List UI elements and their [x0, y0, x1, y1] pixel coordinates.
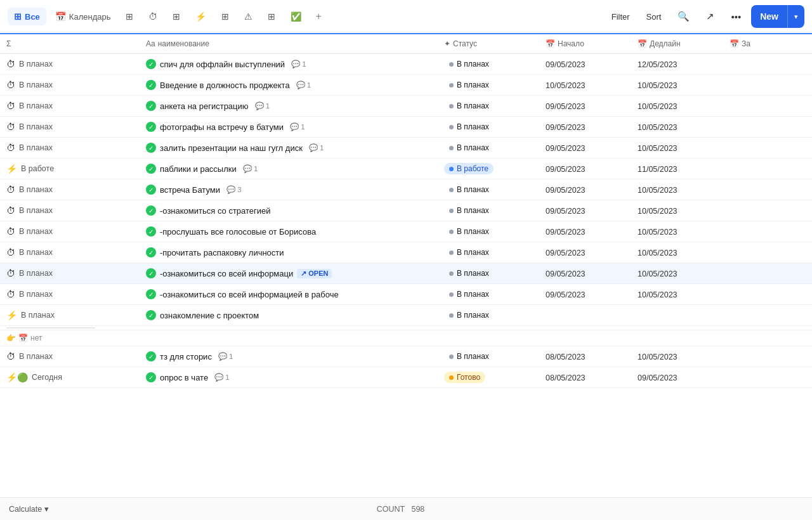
table-row[interactable]: ⏱ В планах ✓ залить презентации на наш г… — [0, 138, 812, 159]
row-deadline-cell[interactable]: 10/05/2023 — [631, 179, 723, 200]
row-name-cell[interactable]: ✓ залить презентации на наш гугл диск 💬 … — [140, 138, 438, 159]
tab-table3[interactable]: ⊞ — [215, 8, 235, 25]
task-check-icon[interactable]: ✓ — [146, 205, 156, 216]
table-row[interactable]: ⏱ В планах ✓ -ознакомиться со всей инфор… — [0, 284, 812, 305]
row-deadline-cell[interactable]: 10/05/2023 — [631, 117, 723, 138]
row-name-cell[interactable]: ✓ фотографы на встречу в батуми 💬 1 — [140, 117, 438, 138]
row-name-cell[interactable]: ✓ спич для оффлайн выступлений 💬 1 — [140, 54, 438, 75]
row-name-cell[interactable]: ✓ анкета на регистрацию 💬 1 — [140, 96, 438, 117]
table-row[interactable]: ⏱ В планах ✓ -прочитать распаковку лично… — [0, 242, 812, 263]
row-status-cell[interactable]: Готово — [438, 367, 539, 388]
row-status-cell[interactable]: В планах — [438, 263, 539, 284]
row-status-cell[interactable]: В планах — [438, 346, 539, 367]
task-check-icon[interactable]: ✓ — [146, 310, 156, 320]
row-name-cell[interactable]: ✓ -прослушать все голосовые от Борисова — [140, 221, 438, 242]
row-start-cell[interactable]: 09/05/2023 — [539, 117, 631, 138]
row-name-cell[interactable]: ✓ -прочитать распаковку личности — [140, 242, 438, 263]
table-row[interactable]: ⏱ В планах ✓ -прослушать все голосовые о… — [0, 221, 812, 242]
table-row[interactable]: ⏱ В планах ✓ спич для оффлайн выступлени… — [0, 54, 812, 75]
row-deadline-cell[interactable]: 10/05/2023 — [631, 221, 723, 242]
row-deadline-cell[interactable]: 10/05/2023 — [631, 96, 723, 117]
row-name-cell[interactable]: ✓ -ознакомиться со стратегией — [140, 200, 438, 221]
add-view-button[interactable]: + — [310, 7, 326, 26]
row-extra-cell[interactable] — [723, 242, 812, 263]
tab-table2[interactable]: ⊞ — [166, 8, 187, 25]
row-status-cell[interactable]: В планах — [438, 138, 539, 159]
table-row[interactable]: ⚡🟢 Сегодня ✓ опрос в чате 💬 1 Готово 08/… — [0, 367, 812, 388]
row-start-cell[interactable]: 09/05/2023 — [539, 263, 631, 284]
search-button[interactable]: 🔍 — [671, 7, 696, 26]
tab-flash[interactable]: ⚡ — [189, 8, 213, 25]
tab-warning[interactable]: ⚠ — [238, 8, 259, 25]
table-row[interactable]: ⏱ В планах ✓ Введение в должность продже… — [0, 75, 812, 96]
tab-check[interactable]: ✅ — [284, 8, 308, 25]
row-deadline-cell[interactable]: 10/05/2023 — [631, 75, 723, 96]
row-extra-cell[interactable] — [723, 263, 812, 284]
row-deadline-cell[interactable]: 10/05/2023 — [631, 346, 723, 367]
row-deadline-cell[interactable]: 10/05/2023 — [631, 263, 723, 284]
new-button-arrow[interactable]: ▾ — [787, 5, 804, 28]
table-row[interactable]: ⚡ В работе ✓ паблики и рассылки 💬 1 В ра… — [0, 159, 812, 179]
row-status-cell[interactable]: В планах — [438, 179, 539, 200]
task-check-icon[interactable]: ✓ — [146, 80, 156, 90]
row-deadline-cell[interactable] — [631, 305, 723, 326]
row-extra-cell[interactable] — [723, 284, 812, 305]
task-check-icon[interactable]: ✓ — [146, 351, 156, 361]
row-status-cell[interactable]: В планах — [438, 305, 539, 326]
calculate-button[interactable]: Calculate ▾ — [9, 504, 49, 514]
row-status-cell[interactable]: В планах — [438, 284, 539, 305]
task-check-icon[interactable]: ✓ — [146, 101, 156, 111]
task-check-icon[interactable]: ✓ — [146, 289, 156, 299]
task-check-icon[interactable]: ✓ — [146, 372, 156, 382]
task-check-icon[interactable]: ✓ — [146, 247, 156, 257]
new-button[interactable]: New ▾ — [751, 5, 804, 28]
table-row[interactable]: ⏱ В планах ✓ тз для сторис 💬 1 В планах … — [0, 346, 812, 367]
row-status-cell[interactable]: В планах — [438, 75, 539, 96]
row-start-cell[interactable]: 09/05/2023 — [539, 138, 631, 159]
row-extra-cell[interactable] — [723, 179, 812, 200]
table-row[interactable]: ⏱ В планах ✓ анкета на регистрацию 💬 1 В… — [0, 96, 812, 117]
row-extra-cell[interactable] — [723, 117, 812, 138]
row-deadline-cell[interactable]: 11/05/2023 — [631, 159, 723, 179]
table-row[interactable]: ⏱ В планах ✓ -ознакомиться со всей инфор… — [0, 263, 812, 284]
task-check-icon[interactable]: ✓ — [146, 164, 156, 174]
row-extra-cell[interactable] — [723, 96, 812, 117]
row-status-cell[interactable]: В планах — [438, 221, 539, 242]
task-check-icon[interactable]: ✓ — [146, 226, 156, 237]
table-row[interactable] — [0, 326, 812, 330]
more-button[interactable]: ••• — [724, 8, 747, 26]
row-extra-cell[interactable] — [723, 221, 812, 242]
row-status-cell[interactable]: В планах — [438, 96, 539, 117]
row-start-cell[interactable]: 08/05/2023 — [539, 367, 631, 388]
row-start-cell[interactable]: 09/05/2023 — [539, 96, 631, 117]
table-row[interactable]: 👉 📅 нет — [0, 330, 812, 346]
row-name-cell[interactable]: ✓ Введение в должность проджекта 💬 1 — [140, 75, 438, 96]
row-name-cell[interactable]: ✓ встреча Батуми 💬 3 — [140, 179, 438, 200]
table-row[interactable]: ⚡ В планах ✓ ознакомление с проектом В п… — [0, 305, 812, 326]
row-status-cell[interactable]: В работе — [438, 159, 539, 179]
table-row[interactable]: ⏱ В планах ✓ фотографы на встречу в бату… — [0, 117, 812, 138]
row-start-cell[interactable]: 10/05/2023 — [539, 75, 631, 96]
row-extra-cell[interactable] — [723, 75, 812, 96]
share-button[interactable]: ↗ — [700, 7, 721, 26]
task-check-icon[interactable]: ✓ — [146, 122, 156, 132]
row-name-cell[interactable]: ✓ -ознакомиться со всей информаци ↗ OPEN — [140, 263, 438, 284]
row-start-cell[interactable]: 09/05/2023 — [539, 159, 631, 179]
task-check-icon[interactable]: ✓ — [146, 268, 156, 278]
task-check-icon[interactable]: ✓ — [146, 185, 156, 195]
row-name-cell[interactable]: ✓ опрос в чате 💬 1 — [140, 367, 438, 388]
tab-all[interactable]: ⊞ Все — [8, 8, 46, 25]
tab-timer[interactable]: ⏱ — [142, 8, 164, 25]
row-start-cell[interactable]: 09/05/2023 — [539, 54, 631, 75]
new-button-main[interactable]: New — [751, 5, 787, 28]
sort-button[interactable]: Sort — [640, 8, 668, 25]
row-deadline-cell[interactable]: 10/05/2023 — [631, 138, 723, 159]
row-start-cell[interactable]: 09/05/2023 — [539, 221, 631, 242]
row-start-cell[interactable]: 09/05/2023 — [539, 242, 631, 263]
row-extra-cell[interactable] — [723, 367, 812, 388]
row-start-cell[interactable]: 09/05/2023 — [539, 284, 631, 305]
row-deadline-cell[interactable]: 10/05/2023 — [631, 284, 723, 305]
row-deadline-cell[interactable]: 10/05/2023 — [631, 242, 723, 263]
row-status-cell[interactable]: В планах — [438, 200, 539, 221]
row-name-cell[interactable]: ✓ -ознакомиться со всей информацией в ра… — [140, 284, 438, 305]
